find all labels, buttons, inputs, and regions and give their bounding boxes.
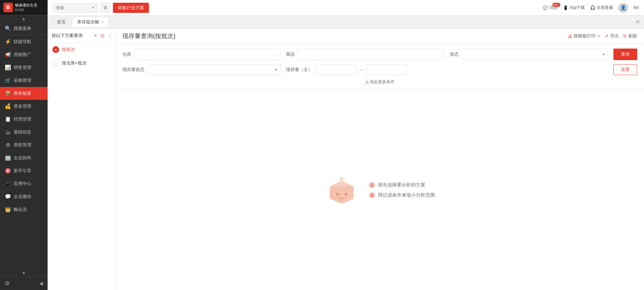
try-solution-button[interactable]: 体验行业方案: [113, 3, 149, 13]
print-label: 按模板打印: [574, 33, 596, 39]
sidebar-item-enterprise[interactable]: 🏢 企业协同: [0, 151, 48, 164]
tab-inventory-batch[interactable]: 库存批次账 ×: [72, 17, 109, 27]
query-button[interactable]: 查询: [613, 49, 637, 60]
username-label: Rit: [633, 5, 639, 10]
refresh-icon: ↻: [623, 33, 627, 39]
finance-icon: 💰: [5, 103, 11, 109]
filter-area: 仓库 ··· 商品 ···: [116, 44, 644, 90]
refresh-button[interactable]: ↻ 刷新: [623, 33, 637, 39]
content-area: 现存量查询(按批次) 🖨 按模板打印 ▼ ↗ 导出 ↻ 刷新: [116, 29, 644, 290]
collapse-label: 收起更多条件: [370, 79, 394, 85]
sidebar-item-label: 资金管理: [14, 103, 31, 109]
gear-button[interactable]: ⚙: [101, 3, 110, 13]
product-filter-label: 商品: [286, 51, 295, 57]
tab-inventory-batch-label: 库存批次账: [77, 19, 99, 25]
sidebar-item-wechat[interactable]: 💬 企业微信: [0, 190, 48, 203]
scheme-batch-icon: ●: [52, 46, 59, 53]
inventory-status-select[interactable]: [147, 64, 281, 75]
export-icon: ↗: [605, 33, 609, 39]
sidebar-item-finance[interactable]: 💰 资金管理: [0, 100, 48, 113]
tab-home[interactable]: 首页: [52, 17, 71, 27]
sidebar-scroll-down[interactable]: ▼: [0, 270, 48, 276]
newbie-icon: 🎯: [5, 168, 11, 174]
sidebar-item-vip[interactable]: 👑 畅会员: [0, 203, 48, 216]
collapse-up-icon: ⋀: [365, 80, 369, 85]
sidebar-item-search[interactable]: 🔍 搜索菜单: [0, 22, 48, 35]
search-dropdown-icon: ▼: [91, 6, 95, 10]
sidebar-nav: ⚡ 快捷导航 📢 营销推广 📊 销售管理 🛒 采购管理 📦 库存核算 💰 资金管…: [0, 35, 48, 270]
app-title-group: 畅康通好生意 标准版: [15, 3, 37, 12]
search-group[interactable]: ▼: [53, 3, 98, 13]
product-filter-group: 商品 ···: [286, 49, 444, 60]
warehouse-filter-group: 仓库 ···: [122, 49, 281, 60]
topbar: ▼ ⚙ 体验行业方案 💬 消息 99+ 📱 App下载 🎧 在线客服 👤 Rit: [48, 0, 644, 16]
print-dropdown-icon[interactable]: ▼: [597, 34, 600, 38]
hint-num-2: 2: [369, 192, 375, 198]
sidebar-settings-icon[interactable]: ⚙: [5, 280, 10, 287]
product-more-icon[interactable]: ···: [437, 52, 441, 57]
sidebar-item-app-center[interactable]: 📱 应用中心: [0, 177, 48, 190]
quick-nav-icon: ⚡: [5, 39, 11, 45]
tab-area-close-icon[interactable]: ✕: [635, 19, 640, 25]
status-select[interactable]: [461, 49, 608, 60]
scheme-panel-collapse-icon[interactable]: 《: [107, 33, 111, 39]
online-service-button[interactable]: 🎧 在线客服: [590, 5, 613, 11]
print-icon: 🖨: [567, 33, 572, 39]
app-download-button[interactable]: 📱 App下载: [563, 5, 585, 11]
sidebar-item-sales[interactable]: 📊 销售管理: [0, 61, 48, 74]
app-logo: B: [3, 3, 13, 12]
scheme-settings-icon[interactable]: ⊙: [100, 33, 105, 39]
collapse-button[interactable]: ⋀ 收起更多条件: [365, 79, 394, 85]
sidebar-item-inventory[interactable]: 📦 库存核算: [0, 87, 48, 100]
user-avatar[interactable]: 👤: [618, 3, 628, 13]
refresh-label: 刷新: [628, 33, 637, 39]
product-input[interactable]: [301, 52, 437, 57]
scheme-warehouse-batch-icon: ○: [52, 60, 59, 67]
sidebar-item-label: 基础信息: [14, 129, 31, 135]
sidebar-item-label: 快捷导航: [14, 39, 31, 45]
purchase-icon: 🛒: [5, 77, 11, 84]
page-header-actions: 🖨 按模板打印 ▼ ↗ 导出 ↻ 刷新: [567, 33, 637, 39]
search-input[interactable]: [56, 5, 90, 10]
inventory-amount-from-input[interactable]: [315, 64, 356, 75]
warehouse-more-icon[interactable]: ···: [274, 52, 278, 57]
empty-hint-2: 2 用过滤条件来缩小分析范围: [369, 192, 435, 198]
online-service-label: 在线客服: [597, 5, 613, 11]
product-input-wrapper[interactable]: ···: [298, 49, 444, 60]
sidebar-search-label: 搜索菜单: [14, 25, 31, 32]
print-button[interactable]: 🖨 按模板打印 ▼: [567, 33, 600, 39]
scheme-item-warehouse-batch[interactable]: ○ 按仓库+批次: [48, 56, 115, 70]
warehouse-input-wrapper[interactable]: ···: [134, 49, 281, 60]
messages-button[interactable]: 💬 消息 99+: [543, 5, 558, 11]
system-icon: ⚙: [5, 142, 11, 148]
warehouse-input[interactable]: [137, 52, 274, 57]
sidebar-item-marketing[interactable]: 📢 营销推广: [0, 48, 48, 61]
sidebar-item-quick-nav[interactable]: ⚡ 快捷导航: [0, 35, 48, 48]
vip-icon: 👑: [5, 206, 11, 213]
inventory-amount-to-input[interactable]: [366, 64, 407, 75]
sidebar: B 畅康通好生意 标准版 ▲ 🔍 搜索菜单 ⚡ 快捷导航 📢 营销推广 📊 销售…: [0, 0, 48, 290]
sidebar-item-system[interactable]: ⚙ 系统管理: [0, 139, 48, 151]
enterprise-icon: 🏢: [5, 155, 11, 161]
scheme-item-batch[interactable]: ● 按批次: [48, 43, 115, 56]
message-icon: 💬: [543, 5, 548, 10]
basics-icon: 🗂: [5, 129, 11, 135]
scheme-panel-title: 按以下方案查询: [52, 33, 83, 39]
sidebar-item-label: 企业微信: [14, 194, 31, 200]
search-icon: 🔍: [5, 25, 11, 32]
sidebar-item-label: 畅会员: [14, 206, 27, 213]
sidebar-collapse-icon[interactable]: ◀: [39, 281, 43, 286]
tab-close-icon[interactable]: ×: [101, 20, 104, 24]
status-filter-group: 状态: [450, 49, 608, 60]
scheme-add-icon[interactable]: ＋: [93, 32, 98, 39]
sidebar-item-purchase[interactable]: 🛒 采购管理: [0, 74, 48, 87]
sidebar-item-newbie[interactable]: 🎯 新手引导: [0, 164, 48, 177]
sidebar-footer: ⚙ ◀: [0, 276, 48, 290]
sidebar-item-operations[interactable]: 📋 经营管理: [0, 113, 48, 126]
settings-button[interactable]: 设置: [613, 64, 637, 75]
export-button[interactable]: ↗ 导出: [605, 33, 619, 39]
sidebar-item-basics[interactable]: 🗂 基础信息: [0, 126, 48, 139]
sidebar-scroll-up[interactable]: ▲: [0, 15, 48, 22]
empty-box-svg: [325, 173, 359, 207]
phone-icon: 📱: [563, 5, 568, 10]
